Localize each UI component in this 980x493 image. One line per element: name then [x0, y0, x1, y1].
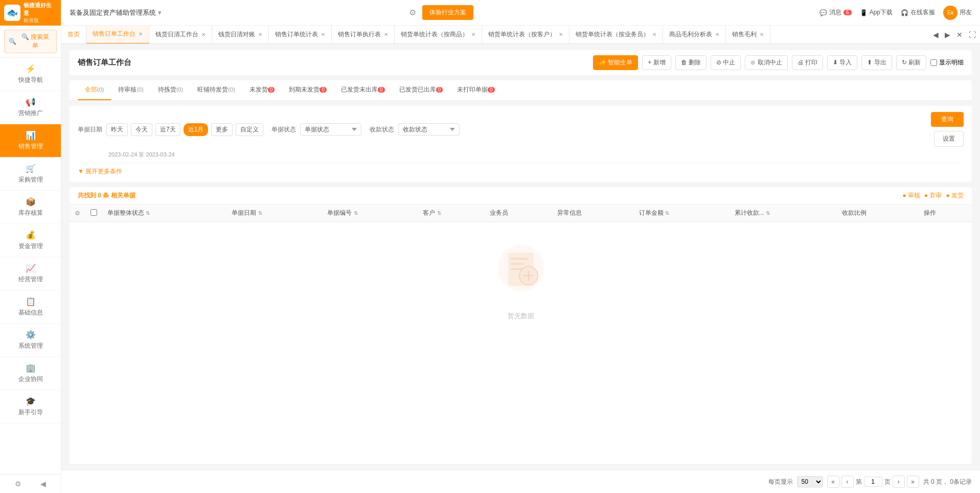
- sidebar-item-sales[interactable]: 📊 销售管理: [0, 124, 61, 158]
- tab-gross-profit[interactable]: 商品毛利分析表 ✕: [663, 26, 726, 44]
- table-scroll-container[interactable]: ⚙ 单据整体状态 ⇅ 单据日期 ⇅ 单据编号 ⇅: [70, 205, 972, 464]
- tab-nav-prev[interactable]: ◀: [931, 31, 941, 39]
- tab-cash-reconcile[interactable]: 钱货日清对账 ✕: [212, 26, 269, 44]
- message-button[interactable]: 💬 消息 6: [819, 8, 852, 17]
- date-btn-more[interactable]: 更多: [211, 123, 233, 136]
- close-sales-summary-product-icon[interactable]: ✕: [471, 32, 475, 37]
- col-customer[interactable]: 客户 ⇅: [418, 205, 484, 222]
- subtab-overdue[interactable]: 到期未发货0: [282, 80, 334, 100]
- close-cash-reconcile-icon[interactable]: ✕: [258, 32, 262, 37]
- subtab-all[interactable]: 全部(0): [78, 80, 111, 100]
- sidebar-item-purchase[interactable]: 🛒 采购管理: [0, 158, 61, 191]
- date-btn-yesterday[interactable]: 昨天: [106, 123, 128, 136]
- subtab-wangpu[interactable]: 旺铺待发货(0): [190, 80, 242, 100]
- col-number[interactable]: 单据编号 ⇅: [322, 205, 418, 222]
- query-button[interactable]: 查询: [931, 112, 964, 127]
- date-btn-7days[interactable]: 近7天: [155, 123, 180, 136]
- subtab-pending-inspect[interactable]: 待拣货(0): [151, 80, 190, 100]
- next-page-button[interactable]: ›: [893, 476, 905, 488]
- tab-sales-summary-staff[interactable]: 销货单统计表（按业务员） ✕: [569, 26, 663, 44]
- subtab-shipped-not-out[interactable]: 已发货未出库0: [334, 80, 392, 100]
- date-btn-today[interactable]: 今天: [131, 123, 152, 136]
- date-btn-1month[interactable]: 近1月: [184, 123, 209, 136]
- tab-sales-summary-customer[interactable]: 销货单统计表（按客户） ✕: [482, 26, 569, 44]
- sort-amount-icon[interactable]: ⇅: [665, 210, 669, 216]
- suspend-button[interactable]: ⊘ 中止: [711, 55, 741, 70]
- cancel-suspend-button[interactable]: ⊙ 取消中止: [745, 55, 787, 70]
- sort-date-icon[interactable]: ⇅: [258, 210, 262, 216]
- expand-filter-button[interactable]: ▼ 展开更多条件: [78, 167, 122, 176]
- search-menu-button[interactable]: 🔍 🔍 搜索菜单: [4, 30, 57, 53]
- review-button[interactable]: ● 审核: [902, 191, 920, 200]
- collapse-sidebar-button[interactable]: ◀: [40, 480, 46, 488]
- show-details-checkbox[interactable]: [930, 59, 937, 66]
- close-sales-summary-staff-icon[interactable]: ✕: [652, 32, 656, 37]
- col-status[interactable]: 单据整体状态 ⇅: [102, 205, 226, 222]
- subtab-shipped-out[interactable]: 已发货已出库0: [392, 80, 450, 100]
- sort-customer-icon[interactable]: ⇅: [437, 210, 441, 216]
- sidebar-item-marketing[interactable]: 📢 营销推广: [0, 91, 61, 124]
- col-amount[interactable]: 订单金额 ⇅: [634, 205, 730, 222]
- page-size-select[interactable]: 10 20 50 100: [797, 476, 823, 487]
- delete-button[interactable]: 🗑 删除: [675, 55, 706, 70]
- tab-cash-daily[interactable]: 钱货日清工作台 ✕: [149, 26, 212, 44]
- close-gross-profit-icon[interactable]: ✕: [715, 32, 719, 37]
- print-button[interactable]: 🖨 打印: [792, 55, 823, 70]
- sort-status-icon[interactable]: ⇅: [146, 210, 150, 216]
- tab-fullscreen[interactable]: ⛶: [967, 31, 978, 39]
- add-button[interactable]: + 新增: [642, 55, 671, 70]
- tab-sales-stats[interactable]: 销售订单统计表 ✕: [269, 26, 332, 44]
- first-page-button[interactable]: «: [827, 476, 839, 488]
- sidebar-item-finance[interactable]: 💰 资金管理: [0, 224, 61, 257]
- settings-icon[interactable]: ⚙: [409, 8, 416, 17]
- settings-bottom-button[interactable]: ⚙: [15, 480, 21, 488]
- close-sales-stats-icon[interactable]: ✕: [321, 32, 325, 37]
- sidebar-item-enterprise[interactable]: 🏢 企业协同: [0, 357, 61, 390]
- tab-sales-summary-product[interactable]: 销货单统计表（按商品） ✕: [395, 26, 482, 44]
- module-title[interactable]: 装备及固定资产辅助管理系统 ▾: [70, 8, 403, 17]
- col-received[interactable]: 累计收款... ⇅: [730, 205, 837, 222]
- status-select[interactable]: 单据状态: [300, 123, 361, 136]
- last-page-button[interactable]: »: [907, 476, 919, 488]
- user-button[interactable]: Ea 用友: [943, 6, 972, 20]
- sidebar-item-inventory[interactable]: 📦 库存核算: [0, 191, 61, 224]
- subtab-not-printed[interactable]: 未打印单据0: [450, 80, 502, 100]
- abandon-review-button[interactable]: ● 弃审: [924, 191, 942, 200]
- smart-create-button[interactable]: ✨ 智能生单: [593, 55, 638, 70]
- refresh-button[interactable]: ↻ 刷新: [896, 55, 926, 70]
- close-sales-more-icon[interactable]: ✕: [760, 32, 764, 37]
- import-button[interactable]: ⬇ 导入: [827, 55, 857, 70]
- close-sales-exec-icon[interactable]: ✕: [384, 32, 388, 37]
- online-service-button[interactable]: 🎧 在线客服: [901, 8, 935, 17]
- tab-nav-next[interactable]: ▶: [943, 31, 952, 39]
- sidebar-item-system[interactable]: ⚙️ 系统管理: [0, 324, 61, 357]
- tab-home[interactable]: 首页: [61, 26, 86, 44]
- col-date[interactable]: 单据日期 ⇅: [226, 205, 322, 222]
- solution-button[interactable]: 体验行业方案: [422, 5, 473, 20]
- sidebar-item-operation[interactable]: 📈 经营管理: [0, 257, 61, 290]
- filter-setting-button[interactable]: 设置: [934, 131, 964, 147]
- date-btn-custom[interactable]: 自定义: [236, 123, 263, 136]
- tab-sales-exec[interactable]: 销售订单执行表 ✕: [332, 26, 395, 44]
- close-sales-summary-customer-icon[interactable]: ✕: [559, 32, 563, 37]
- sidebar-item-quick-nav[interactable]: ⚡ 快捷导航: [0, 58, 61, 91]
- page-input[interactable]: [864, 477, 882, 487]
- sidebar-item-basic-info[interactable]: 📋 基础信息: [0, 290, 61, 324]
- ship-button[interactable]: ● 发货: [946, 191, 964, 200]
- subtab-not-shipped[interactable]: 未发货0: [242, 80, 282, 100]
- close-sales-workbench-icon[interactable]: ✕: [139, 31, 143, 37]
- payment-select[interactable]: 收款状态: [398, 123, 460, 136]
- select-all-checkbox[interactable]: [90, 209, 97, 216]
- prev-page-button[interactable]: ‹: [841, 476, 854, 488]
- app-download-button[interactable]: 📱 App下载: [860, 8, 893, 17]
- tab-sales-workbench[interactable]: 销售订单工作台 ✕: [86, 26, 149, 44]
- export-button[interactable]: ⬆ 导出: [861, 55, 892, 70]
- sort-number-icon[interactable]: ⇅: [354, 210, 358, 216]
- close-cash-daily-icon[interactable]: ✕: [201, 32, 206, 37]
- sidebar-item-guide[interactable]: 🎓 新手引导: [0, 390, 61, 423]
- tab-close-all[interactable]: ✕: [954, 31, 965, 39]
- tab-sales-more[interactable]: 销售毛利 ✕: [726, 26, 770, 44]
- col-settings[interactable]: ⚙: [70, 205, 85, 222]
- subtab-pending-review[interactable]: 待审核(0): [111, 80, 150, 100]
- show-details-label[interactable]: 显示明细: [930, 58, 964, 67]
